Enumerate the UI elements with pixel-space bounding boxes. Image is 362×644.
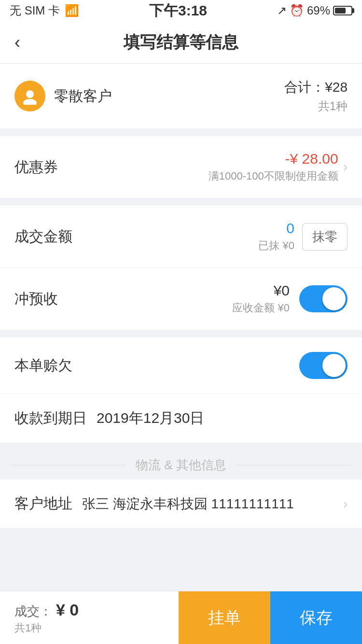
battery-percent: 69% — [307, 4, 330, 17]
battery-icon — [333, 6, 352, 15]
divider-3 — [0, 330, 362, 337]
prereceive-row: 冲预收 ¥0 应收金额 ¥0 — [0, 268, 362, 330]
back-button[interactable]: ‹ — [14, 32, 20, 53]
address-label: 客户地址 — [14, 494, 72, 514]
duedate-label: 收款到期日 — [14, 408, 87, 428]
bottom-count: 共1种 — [14, 621, 164, 635]
status-time: 下午3:18 — [149, 1, 207, 21]
main-content: 零散客户 合计：¥28 共1种 优惠券 -¥ 28.00 满1000-100不限… — [0, 64, 362, 644]
status-right: ↗ ⏰ 69% — [277, 4, 352, 17]
logistics-divider: 物流 & 其他信息 — [0, 450, 362, 479]
location-icon: ↗ — [277, 4, 287, 17]
page-title: 填写结算等信息 — [124, 31, 238, 54]
prereceive-amount: ¥0 — [232, 282, 290, 299]
logistics-line-left — [10, 465, 126, 465]
divider-2 — [0, 198, 362, 206]
save-button[interactable]: 保存 — [270, 591, 362, 644]
coupon-right: -¥ 28.00 满1000-100不限制使用金额 › — [209, 151, 348, 183]
debt-section: 本单赊欠 收款到期日 2019年12月30日 — [0, 337, 362, 443]
amount-value: 0 — [258, 220, 294, 237]
coupon-desc: 满1000-100不限制使用金额 — [209, 169, 338, 183]
debt-row: 本单赊欠 — [0, 337, 362, 393]
divider-1 — [0, 128, 362, 136]
address-section[interactable]: 客户地址 张三 海淀永丰科技园 11111111111 › — [0, 479, 362, 528]
prereceive-right: ¥0 应收金额 ¥0 — [232, 282, 348, 315]
prereceive-label: 冲预收 — [14, 289, 58, 309]
logistics-line-right — [236, 465, 352, 465]
page-header: ‹ 填写结算等信息 — [0, 21, 362, 64]
address-value: 张三 海淀永丰科技园 11111111111 — [82, 495, 343, 513]
svg-point-0 — [26, 90, 34, 98]
alarm-icon: ⏰ — [290, 4, 304, 17]
debt-label: 本单赊欠 — [14, 356, 72, 376]
hang-button[interactable]: 挂单 — [179, 591, 270, 644]
transaction-amount-label: 成交金额 — [14, 227, 72, 247]
customer-avatar — [14, 81, 45, 112]
debt-toggle[interactable] — [299, 352, 348, 379]
customer-left: 零散客户 — [14, 81, 112, 112]
debt-toggle-knob — [322, 354, 346, 377]
customer-total: 合计：¥28 — [284, 78, 348, 97]
customer-section: 零散客户 合计：¥28 共1种 — [0, 64, 362, 128]
divider-4 — [0, 443, 362, 450]
coupon-section[interactable]: 优惠券 -¥ 28.00 满1000-100不限制使用金额 › — [0, 136, 362, 198]
chevron-right-icon: › — [343, 159, 348, 175]
transaction-value-block: 0 已抹 ¥0 — [258, 220, 294, 253]
toggle-knob — [322, 287, 346, 310]
round-zero-button[interactable]: 抹零 — [302, 223, 348, 251]
amount-sub: 已抹 ¥0 — [258, 238, 294, 253]
prereceive-sub: 应收金额 ¥0 — [232, 301, 290, 315]
transaction-right: 0 已抹 ¥0 抹零 — [258, 220, 348, 253]
transaction-amount-row: 成交金额 0 已抹 ¥0 抹零 — [0, 206, 362, 268]
prereceive-value-block: ¥0 应收金额 ¥0 — [232, 282, 290, 315]
status-bar: 无 SIM 卡 📶 下午3:18 ↗ ⏰ 69% — [0, 0, 362, 21]
bottom-bar: 成交： ¥ 0 共1种 挂单 保存 — [0, 591, 362, 644]
address-chevron-icon: › — [343, 496, 348, 512]
transaction-section: 成交金额 0 已抹 ¥0 抹零 冲预收 ¥0 应收金额 ¥0 — [0, 206, 362, 330]
carrier-label: 无 SIM 卡 — [10, 3, 60, 18]
logistics-label: 物流 & 其他信息 — [136, 457, 226, 474]
coupon-value-container: -¥ 28.00 满1000-100不限制使用金额 — [209, 151, 338, 183]
svg-point-1 — [23, 99, 37, 105]
bottom-deal-amount: ¥ 0 — [56, 601, 79, 619]
status-left: 无 SIM 卡 📶 — [10, 3, 79, 18]
customer-right: 合计：¥28 共1种 — [284, 78, 348, 114]
customer-count: 共1种 — [284, 98, 348, 114]
bottom-deal-info: 成交： ¥ 0 共1种 — [0, 601, 179, 635]
prereceive-toggle[interactable] — [299, 285, 348, 312]
coupon-discount: -¥ 28.00 — [209, 151, 338, 167]
wifi-icon: 📶 — [65, 4, 79, 17]
duedate-row: 收款到期日 2019年12月30日 — [0, 393, 362, 443]
duedate-value: 2019年12月30日 — [97, 408, 204, 428]
customer-name: 零散客户 — [54, 86, 112, 106]
bottom-deal-label: 成交： — [14, 603, 52, 620]
coupon-label: 优惠券 — [14, 157, 58, 177]
